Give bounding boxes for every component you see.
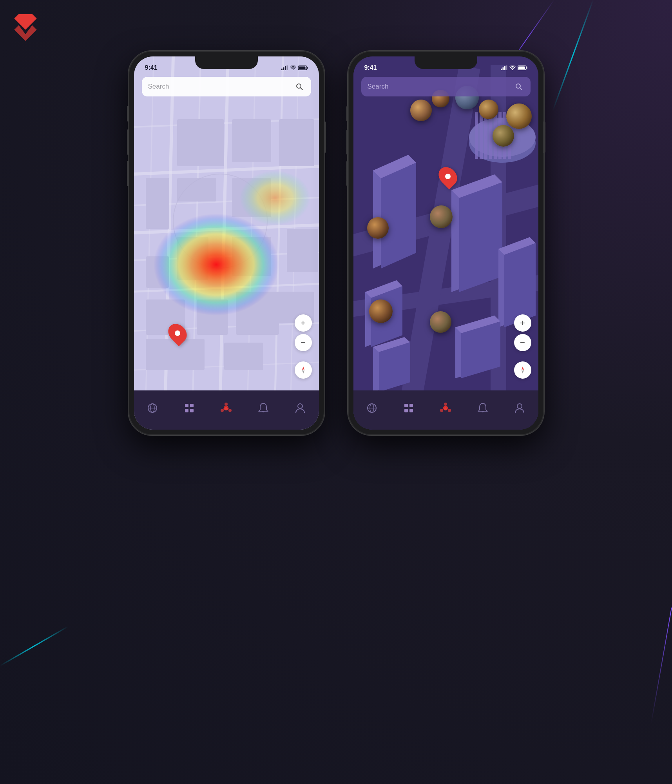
phone-left: + − 9:41: [129, 51, 324, 435]
search-bar-right[interactable]: Search: [361, 77, 531, 96]
status-icons-left: [281, 65, 308, 70]
heatmap-map: + −: [134, 56, 319, 430]
globe-icon-left: [147, 403, 158, 414]
network-icon-right: [439, 402, 452, 414]
svg-rect-97: [501, 69, 502, 70]
deco-line-3: [0, 626, 68, 666]
search-icon-right[interactable]: [513, 81, 524, 92]
volume-up-btn-r: [346, 129, 348, 155]
svg-rect-110: [409, 404, 413, 407]
nav-globe-left[interactable]: [141, 396, 164, 420]
location-pin-left: [169, 323, 186, 343]
zoom-controls-right: + −: [514, 314, 531, 351]
time-left: 9:41: [145, 64, 158, 71]
bottom-nav-left: [134, 390, 319, 430]
volume-up-btn: [127, 129, 129, 155]
svg-rect-40: [285, 66, 286, 70]
person-icon-left: [295, 403, 305, 414]
svg-rect-39: [283, 67, 284, 70]
battery-icon-left: [298, 65, 308, 70]
svg-rect-51: [190, 404, 194, 407]
notch-left: [195, 56, 258, 69]
svg-marker-69: [381, 163, 416, 269]
svg-marker-72: [459, 182, 502, 292]
compass-icon: [299, 366, 308, 374]
search-bar-left[interactable]: Search: [142, 77, 311, 96]
volume-mute-btn: [127, 106, 129, 122]
nav-bell-left[interactable]: [252, 396, 275, 420]
network-icon-left: [220, 402, 232, 414]
svg-rect-53: [190, 409, 194, 412]
svg-rect-43: [299, 67, 305, 69]
svg-rect-52: [185, 409, 188, 412]
power-btn-r: [543, 122, 545, 153]
compass-left[interactable]: [295, 361, 312, 379]
svg-rect-87: [475, 112, 478, 159]
zoom-in-btn[interactable]: +: [295, 314, 312, 332]
logo: [12, 12, 39, 43]
phone-right: + − 9:41: [348, 51, 544, 435]
signal-icon-right: [501, 65, 507, 70]
orb-10: [430, 311, 451, 333]
orb-4: [479, 100, 498, 119]
search-text-left: Search: [148, 83, 290, 91]
svg-rect-103: [526, 67, 527, 69]
bottom-nav-right: [353, 390, 538, 430]
power-btn: [324, 122, 326, 153]
grid-icon-left: [184, 403, 195, 414]
zoom-controls-left: + −: [295, 314, 312, 351]
status-icons-right: [501, 65, 527, 70]
nav-globe-right[interactable]: [360, 396, 384, 420]
wifi-icon-right: [509, 65, 516, 70]
svg-rect-102: [518, 67, 525, 69]
nav-person-left[interactable]: [288, 396, 312, 420]
signal-icon-left: [281, 65, 288, 70]
svg-rect-38: [281, 69, 283, 70]
wifi-icon-left: [290, 65, 296, 70]
compass-right[interactable]: [514, 361, 531, 379]
svg-line-105: [520, 88, 522, 90]
bell-icon-left: [258, 403, 268, 414]
svg-point-114: [444, 403, 447, 406]
svg-marker-37: [302, 370, 304, 374]
person-icon-right: [514, 403, 525, 414]
map-3d: + −: [353, 56, 538, 430]
zoom-in-btn-right[interactable]: +: [514, 314, 531, 332]
orb-7: [367, 217, 389, 239]
volume-down-btn-r: [346, 161, 348, 186]
nav-bell-right[interactable]: [471, 396, 494, 420]
svg-rect-112: [409, 409, 413, 412]
zoom-out-btn-right[interactable]: −: [514, 334, 531, 351]
search-icon-left[interactable]: [294, 81, 305, 92]
svg-rect-50: [185, 404, 188, 407]
svg-rect-109: [404, 404, 408, 407]
grid-icon-right: [403, 403, 414, 414]
svg-point-35: [240, 171, 310, 225]
svg-marker-36: [302, 367, 304, 370]
pin-dot-right: [445, 174, 451, 179]
nav-grid-left[interactable]: [178, 396, 201, 420]
svg-marker-96: [522, 370, 524, 374]
time-right: 9:41: [364, 64, 377, 71]
orb-6: [493, 125, 514, 147]
svg-point-61: [298, 404, 302, 408]
svg-point-119: [517, 404, 522, 408]
svg-rect-44: [307, 67, 308, 69]
nav-grid-right[interactable]: [397, 396, 420, 420]
nav-person-right[interactable]: [508, 396, 531, 420]
orb-1: [410, 100, 432, 121]
deco-line-4: [651, 608, 672, 724]
orb-8: [430, 205, 453, 228]
orb-5: [506, 103, 532, 129]
zoom-out-btn[interactable]: −: [295, 334, 312, 351]
volume-mute-btn-r: [346, 106, 348, 122]
nav-network-left[interactable]: [214, 396, 238, 420]
nav-network-right[interactable]: [434, 396, 457, 420]
deco-line-1: [552, 0, 593, 111]
svg-rect-100: [506, 65, 507, 70]
battery-icon-right: [518, 65, 527, 70]
svg-rect-98: [502, 67, 504, 70]
pin-dot: [175, 330, 180, 336]
svg-point-55: [225, 403, 228, 406]
bell-icon-right: [478, 403, 488, 414]
